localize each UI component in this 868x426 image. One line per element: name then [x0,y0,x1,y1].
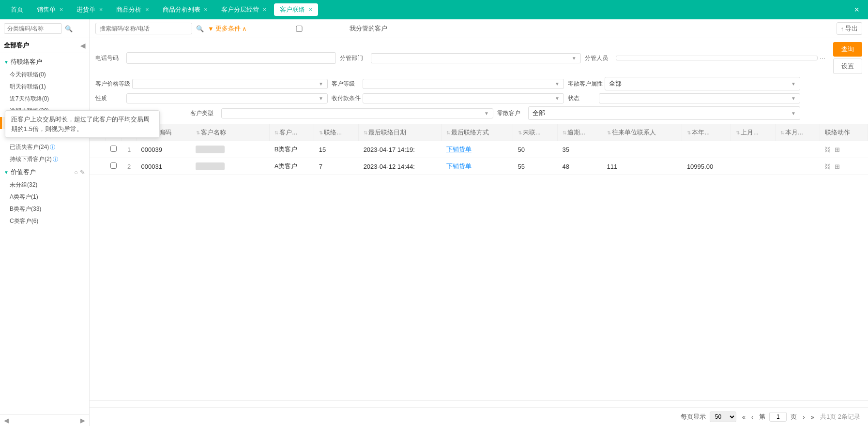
sidebar-item-ungrouped[interactable]: 未分组(32) [0,179,89,191]
sidebar-item-7day-pending[interactable]: 近7天待联络(0) [0,93,89,105]
phone-input[interactable] [126,52,336,64]
row-checkbox-cell[interactable] [106,158,122,175]
sidebar-search-area: 🔍 [0,19,89,38]
row-settings-icon[interactable] [90,158,106,175]
row-num: 1 [122,141,137,158]
table-name-col[interactable]: ⇅客户名称 [191,124,270,141]
action-grid-icon[interactable]: ⊞ [835,146,840,153]
nature-select[interactable]: ▼ [126,93,328,103]
table-uncontacted-col[interactable]: ⇅未联... [513,124,558,141]
row-uncontacted: 55 [513,158,558,175]
last-page-btn[interactable]: » [809,412,816,422]
close-analysis-list-tab[interactable]: × [204,6,208,13]
per-page-select[interactable]: 50 100 200 [710,411,736,422]
settings-button[interactable]: 设置 [833,59,862,74]
table-contact-col[interactable]: ⇅联络... [314,124,359,141]
manager-dots[interactable]: ··· [820,54,825,62]
table-header-row: ⚙ ⇅客户编码 ⇅客户名称 ⇅客户... [90,124,868,141]
close-customer-tier-tab[interactable]: × [263,6,267,13]
sidebar-item-tomorrow-pending[interactable]: 明天待联络(1) [0,81,89,93]
sidebar-item-b-class[interactable]: B类客户(33) [0,203,89,215]
sidebar-right-arrow[interactable]: ▶ [80,417,85,424]
customer-grade-select[interactable]: ▼ [363,79,564,89]
row-last-method[interactable]: 下销货单 [442,141,513,158]
retail-customer-select[interactable]: 全部 ▼ [528,106,800,120]
page-number-input[interactable] [769,412,787,422]
nav-customer-tier[interactable]: 客户分层经营 × [215,3,272,16]
edit-icon[interactable]: ✎ [80,169,85,176]
info-icon-declining[interactable]: ⓘ [53,156,58,163]
filter-price-grade: 客户价格等级 ▼ [95,79,328,89]
value-customers-edit-icons[interactable]: ○ ✎ [74,169,85,176]
nav-purchase[interactable]: 进货单 × [71,3,108,16]
nav-sales[interactable]: 销售单 × [31,3,69,16]
price-grade-select[interactable]: ▼ [132,79,328,89]
payment-arrow-icon: ▼ [555,96,560,101]
next-page-btn[interactable]: › [801,412,807,422]
nav-customer-contact[interactable]: 客户联络 × [274,3,318,16]
table-last-date-col[interactable]: ⇅最后联络日期 [359,124,442,141]
sidebar-group-pending[interactable]: ▼ 待联络客户 [0,55,89,69]
close-analysis-tab[interactable]: × [145,6,149,13]
export-button[interactable]: ↑ 导出 [837,22,863,35]
close-purchase-tab[interactable]: × [99,6,103,13]
action-link-icon[interactable]: ⛓ [824,146,831,153]
sidebar-item-a-class[interactable]: A类客户(1) [0,191,89,203]
table-last-method-col[interactable]: ⇅最后联络方式 [442,124,513,141]
customer-type-select[interactable]: ▼ [221,108,493,118]
action-link-icon[interactable]: ⛓ [824,163,831,170]
nav-home[interactable]: 首页 [5,3,29,16]
close-customer-contact-tab[interactable]: × [309,6,313,13]
close-sales-tab[interactable]: × [60,6,63,13]
payment-select[interactable]: ▼ [363,93,564,103]
price-grade-arrow-icon: ▼ [319,81,323,87]
sidebar-all-customers[interactable]: 全部客户 ◀ [0,38,89,53]
row-checkbox[interactable] [110,146,117,152]
search-input[interactable] [95,23,192,34]
dept-select[interactable]: ▼ [371,53,580,63]
sidebar-item-today-pending[interactable]: 今天待联络(0) [0,69,89,81]
sidebar-item-declining[interactable]: 持续下滑客户(2) ⓘ [0,153,89,165]
row-name[interactable] [191,141,270,158]
row-settings-icon[interactable] [90,141,106,158]
horizontal-scrollbar[interactable] [90,400,868,407]
sidebar-search-icon[interactable]: 🔍 [65,25,73,32]
table-overdue-col[interactable]: ⇅逾期... [558,124,602,141]
retail-attr-select[interactable]: 全部 ▼ [605,77,800,90]
prev-page-btn[interactable]: ‹ [749,412,755,422]
sidebar-left-arrow[interactable]: ◀ [4,417,9,424]
circle-icon[interactable]: ○ [74,169,78,176]
nav-analysis-list[interactable]: 商品分析列表 × [157,3,213,16]
retail-customer-label: 零散客户 [497,109,526,118]
my-customer-checkbox-label[interactable]: 我分管的客户 [251,24,387,33]
row-last-month [731,158,776,175]
row-checkbox-cell[interactable] [106,141,122,158]
table-contact-person-col[interactable]: ⇅往来单位联系人 [602,124,682,141]
table-type-col[interactable]: ⇅客户... [270,124,314,141]
row-checkbox[interactable] [110,162,117,169]
row-last-method[interactable]: 下销货单 [442,158,513,175]
sidebar-group-value-customers[interactable]: ▼ 价值客户 ○ ✎ [0,165,89,179]
table-this-year-col[interactable]: ⇅本年... [682,124,731,141]
row-name[interactable] [191,158,270,175]
status-select[interactable]: ▼ [599,93,800,103]
sort-icon: ⇅ [607,130,611,135]
action-grid-icon[interactable]: ⊞ [835,163,840,170]
nature-arrow-icon: ▼ [319,96,323,101]
sidebar-item-churned[interactable]: 已流失客户(24) ⓘ [0,141,89,153]
table-this-month-col[interactable]: ⇅本月... [775,124,820,141]
info-icon-churned[interactable]: ⓘ [50,144,55,151]
sidebar-search-input[interactable] [4,23,62,34]
filter-button[interactable]: ▼ 更多条件 ∧ [208,24,247,33]
query-button[interactable]: 查询 [833,42,862,57]
sidebar-collapse-icon[interactable]: ◀ [80,42,85,49]
toolbar-search-icon[interactable]: 🔍 [196,25,204,32]
filter-phone: 电话号码 [95,52,336,64]
nav-analysis[interactable]: 商品分析 × [110,3,154,16]
my-customer-checkbox[interactable] [251,26,348,32]
table-last-month-col[interactable]: ⇅上月... [731,124,776,141]
window-close-button[interactable]: × [850,5,863,15]
first-page-btn[interactable]: « [740,412,747,422]
manager-select[interactable] [616,56,818,60]
sidebar-item-c-class[interactable]: C类客户(6) [0,215,89,227]
